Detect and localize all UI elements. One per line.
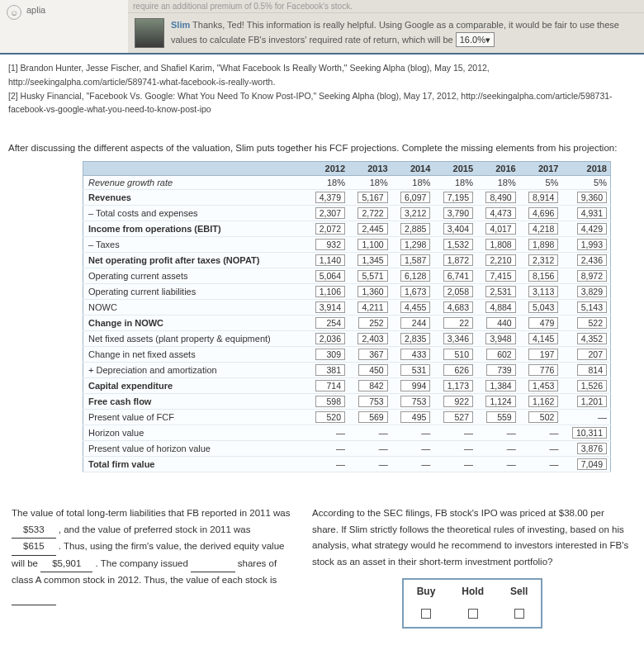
value-box[interactable]: 479 xyxy=(528,317,558,329)
value-box[interactable]: 3,212 xyxy=(400,207,430,219)
value-box[interactable]: 254 xyxy=(315,317,345,329)
value-box[interactable]: 5,064 xyxy=(315,270,345,282)
value-box[interactable]: 22 xyxy=(443,317,473,329)
value-box[interactable]: 1,808 xyxy=(485,239,515,250)
value-box[interactable]: 569 xyxy=(358,411,388,423)
value-box[interactable]: 522 xyxy=(577,317,607,329)
value-box[interactable]: 4,352 xyxy=(577,333,607,344)
value-box[interactable]: 2,722 xyxy=(358,207,387,219)
value-box[interactable]: 602 xyxy=(486,349,516,360)
checkbox-hold[interactable] xyxy=(468,609,478,619)
value-box[interactable]: 3,346 xyxy=(443,333,473,344)
value-box[interactable]: 5,571 xyxy=(358,270,387,282)
checkbox-sell[interactable] xyxy=(514,609,524,619)
value-box[interactable]: 6,097 xyxy=(400,192,430,203)
value-box[interactable]: 520 xyxy=(315,411,345,423)
blank-shares[interactable] xyxy=(191,556,235,573)
value-box[interactable]: 1,898 xyxy=(528,239,558,250)
value-box[interactable]: 367 xyxy=(358,349,388,360)
value-box[interactable]: 598 xyxy=(315,396,345,407)
value-box[interactable]: 207 xyxy=(577,349,607,360)
value-box[interactable]: 2,531 xyxy=(485,286,515,297)
value-box[interactable]: 932 xyxy=(315,239,345,250)
value-box[interactable]: 1,384 xyxy=(485,380,515,391)
value-box[interactable]: 1,140 xyxy=(315,254,345,266)
value-box[interactable]: 4,429 xyxy=(577,223,607,235)
value-box[interactable]: 1,532 xyxy=(443,239,473,250)
value-box[interactable]: 1,526 xyxy=(577,380,607,391)
value-box[interactable]: 531 xyxy=(400,364,430,376)
value-box[interactable]: 1,993 xyxy=(577,239,607,250)
value-box[interactable]: 2,036 xyxy=(315,333,345,344)
value-box[interactable]: 3,948 xyxy=(485,333,515,344)
value-box[interactable]: 3,829 xyxy=(577,286,607,297)
value-box[interactable]: 2,312 xyxy=(528,254,558,266)
value-box[interactable]: 2,445 xyxy=(358,223,387,235)
value-box[interactable]: 4,379 xyxy=(315,192,345,203)
blank-liabilities[interactable]: $533 xyxy=(12,522,56,539)
value-box[interactable]: 8,972 xyxy=(577,270,607,282)
blank-equity[interactable]: $5,901 xyxy=(40,556,92,573)
value-box[interactable]: 4,884 xyxy=(485,301,515,313)
checkbox-buy[interactable] xyxy=(421,609,431,619)
value-box[interactable]: 626 xyxy=(443,364,473,376)
value-box[interactable]: 2,436 xyxy=(577,254,607,266)
rate-of-return-dropdown[interactable]: 16.0%▾ xyxy=(456,32,495,48)
value-box[interactable]: 4,211 xyxy=(358,301,387,313)
value-box[interactable]: 1,360 xyxy=(358,286,387,297)
value-box[interactable]: 10,311 xyxy=(572,427,607,439)
value-box[interactable]: 4,218 xyxy=(528,223,558,235)
value-box[interactable]: 1,201 xyxy=(577,396,607,407)
value-box[interactable]: 2,210 xyxy=(485,254,515,266)
value-box[interactable]: 440 xyxy=(486,317,516,329)
value-box[interactable]: 502 xyxy=(528,411,558,423)
value-box[interactable]: 1,162 xyxy=(528,396,558,407)
value-box[interactable]: 433 xyxy=(400,349,430,360)
blank-stockvalue[interactable] xyxy=(12,589,56,606)
value-box[interactable]: 3,914 xyxy=(315,301,345,313)
value-box[interactable]: 495 xyxy=(400,411,430,423)
value-box[interactable]: 381 xyxy=(315,364,345,376)
value-box[interactable]: 753 xyxy=(400,396,430,407)
value-box[interactable]: 4,931 xyxy=(577,207,607,219)
value-box[interactable]: 1,298 xyxy=(400,239,430,250)
value-box[interactable]: 2,885 xyxy=(400,223,430,235)
value-box[interactable]: 5,143 xyxy=(577,301,607,313)
value-box[interactable]: 4,145 xyxy=(528,333,558,344)
value-box[interactable]: 4,473 xyxy=(485,207,515,219)
value-box[interactable]: 1,587 xyxy=(400,254,430,266)
value-box[interactable]: 197 xyxy=(528,349,558,360)
value-box[interactable]: 4,017 xyxy=(485,223,515,235)
value-box[interactable]: 4,696 xyxy=(528,207,558,219)
value-box[interactable]: 2,835 xyxy=(400,333,430,344)
value-box[interactable]: 1,673 xyxy=(400,286,430,297)
value-box[interactable]: 739 xyxy=(486,364,516,376)
value-box[interactable]: 2,058 xyxy=(443,286,473,297)
value-box[interactable]: 450 xyxy=(358,364,388,376)
value-box[interactable]: 1,124 xyxy=(485,396,515,407)
value-box[interactable]: 1,453 xyxy=(528,380,558,391)
value-box[interactable]: 1,345 xyxy=(358,254,387,266)
value-box[interactable]: 9,360 xyxy=(577,192,607,203)
value-box[interactable]: 309 xyxy=(315,349,345,360)
blank-preferred[interactable]: $615 xyxy=(12,539,56,556)
value-box[interactable]: 7,195 xyxy=(443,192,473,203)
value-box[interactable]: 4,683 xyxy=(443,301,473,313)
value-box[interactable]: 5,167 xyxy=(358,192,387,203)
value-box[interactable]: 753 xyxy=(358,396,388,407)
value-box[interactable]: 2,307 xyxy=(315,207,345,219)
value-box[interactable]: 5,043 xyxy=(528,301,558,313)
value-box[interactable]: 814 xyxy=(577,364,607,376)
value-box[interactable]: 2,072 xyxy=(315,223,345,235)
value-box[interactable]: 8,156 xyxy=(528,270,558,282)
value-box[interactable]: 1,106 xyxy=(315,286,345,297)
value-box[interactable]: 4,455 xyxy=(400,301,430,313)
value-box[interactable]: 994 xyxy=(400,380,430,391)
value-box[interactable]: 776 xyxy=(528,364,558,376)
value-box[interactable]: 1,173 xyxy=(443,380,473,391)
value-box[interactable]: 3,404 xyxy=(443,223,473,235)
value-box[interactable]: 2,403 xyxy=(358,333,387,344)
value-box[interactable]: 1,100 xyxy=(358,239,387,250)
value-box[interactable]: 6,128 xyxy=(400,270,430,282)
value-box[interactable]: 3,790 xyxy=(443,207,473,219)
